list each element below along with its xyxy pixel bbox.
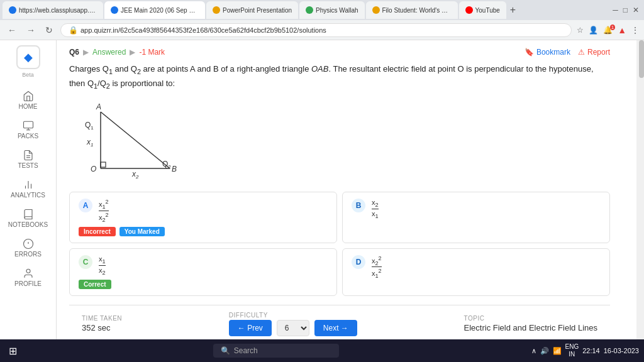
prev-button[interactable]: ← Prev: [229, 320, 272, 336]
forward-button[interactable]: →: [24, 24, 38, 36]
profile-icon-svg: [23, 268, 34, 279]
tab-3[interactable]: PowerPoint Presentation: [206, 1, 298, 19]
tests-icon: [23, 150, 34, 161]
option-d-letter: D: [352, 255, 365, 269]
svg-rect-0: [23, 121, 33, 128]
report-icon: ⚠: [578, 48, 585, 57]
errors-label: ERRORS: [14, 251, 42, 258]
next-button[interactable]: Next →: [314, 320, 357, 336]
option-b-content: x2 x1: [372, 199, 379, 219]
search-text: Search: [234, 346, 258, 355]
sidebar-item-profile[interactable]: PROFILE: [0, 263, 56, 292]
meta-separator-2: ▶: [130, 48, 135, 57]
scrollbar-track: [639, 40, 644, 339]
tab-1-icon: [9, 6, 16, 14]
sidebar-item-errors[interactable]: ERRORS: [0, 233, 56, 263]
bookmark-button[interactable]: 🔖 Bookmark: [525, 48, 570, 57]
question-text: Charges Q1 and Q2 are at points A and B …: [69, 63, 610, 92]
incorrect-badge: Incorrect: [79, 227, 116, 236]
tab-6-icon: [465, 6, 473, 14]
sidebar-beta-label: Beta: [22, 72, 34, 78]
option-a-content: x12 x22: [99, 199, 109, 223]
taskbar-up-arrow[interactable]: ∧: [531, 347, 536, 355]
home-icon: [23, 90, 34, 102]
analytics-icon: [23, 179, 34, 190]
scrollbar-thumb[interactable]: [639, 40, 644, 78]
triangle-diagram: O A B Q1 Q2 x1 x2: [82, 99, 610, 183]
sidebar-item-analytics[interactable]: ANALYTICS: [0, 174, 56, 204]
taskbar-time: 22:14: [582, 347, 600, 354]
option-a[interactable]: A x12 x22 Incorrect You Marked: [69, 192, 337, 243]
option-d[interactable]: D x22 x12: [342, 248, 610, 296]
sidebar-item-notebooks[interactable]: NOTEBOOKS: [0, 204, 56, 233]
question-header: Q6 ▶ Answered ▶ -1 Mark 🔖 Bookmark ⚠ Rep…: [69, 48, 610, 57]
topic-section: TOPIC Electric Field and Electric Field …: [464, 315, 597, 332]
taskbar-wifi-icon[interactable]: 📶: [553, 347, 562, 355]
tests-label: TESTS: [18, 162, 38, 169]
tab-5-icon: [372, 6, 380, 14]
menu-button[interactable]: ⋮: [631, 26, 639, 35]
tab-6[interactable]: YouTube: [459, 1, 506, 19]
tab-5-label: Filo Student: World's Only Live ...: [382, 7, 452, 14]
notification-icon[interactable]: 🔔1: [603, 26, 613, 35]
packs-label: PACKS: [18, 133, 38, 140]
tab-2[interactable]: JEE Main 2020 (06 Sep Shift ...: [104, 1, 205, 19]
tab-5[interactable]: Filo Student: World's Only Live ...: [366, 1, 458, 19]
you-marked-badge: You Marked: [119, 227, 165, 236]
taskbar-speaker-icon[interactable]: 🔊: [540, 347, 549, 355]
report-button[interactable]: ⚠ Report: [578, 48, 610, 57]
time-taken-label: TIME TAKEN: [82, 315, 122, 322]
sidebar-item-tests[interactable]: TESTS: [0, 145, 56, 174]
refresh-button[interactable]: ↻: [43, 24, 55, 36]
tab-2-icon: [111, 6, 118, 14]
bookmark-star[interactable]: ☆: [577, 26, 584, 35]
question-meta: Q6 ▶ Answered ▶ -1 Mark: [69, 48, 165, 57]
bottom-bar: TIME TAKEN 352 sec DIFFICULTY ← Prev 6 1…: [69, 305, 610, 339]
report-label: Report: [587, 48, 610, 57]
sidebar: ◆ Beta HOME PACKS TESTS ANALYTICS NOTEBO…: [0, 40, 57, 339]
back-button[interactable]: ←: [5, 24, 19, 36]
difficulty-section: DIFFICULTY ← Prev 6 12345 78910 Next →: [229, 312, 357, 336]
url-input[interactable]: 🔒 app.quizrr.in/62c5ca493f85644353f2e168…: [60, 23, 572, 37]
option-b[interactable]: B x2 x1: [342, 192, 610, 243]
sidebar-item-home[interactable]: HOME: [0, 85, 56, 115]
option-c[interactable]: C x1 x2 Correct: [69, 248, 337, 296]
bookmark-icon: 🔖: [525, 48, 534, 57]
taskbar-date: 16-03-2023: [604, 347, 639, 354]
profile-icon[interactable]: 👤: [589, 26, 598, 35]
close-button[interactable]: ✕: [633, 6, 639, 14]
svg-text:x2: x2: [131, 170, 139, 180]
new-tab-button[interactable]: +: [510, 4, 516, 16]
topic-label: TOPIC: [464, 315, 597, 322]
svg-point-11: [26, 269, 30, 273]
question-actions: 🔖 Bookmark ⚠ Report: [525, 48, 610, 57]
option-c-letter: C: [79, 255, 92, 269]
maximize-button[interactable]: □: [623, 6, 628, 14]
minimize-button[interactable]: ─: [613, 6, 618, 14]
app-container: ◆ Beta HOME PACKS TESTS ANALYTICS NOTEBO…: [0, 40, 644, 339]
tab-3-label: PowerPoint Presentation: [223, 7, 292, 14]
taskbar-search-bar[interactable]: 🔍 Search: [213, 344, 339, 358]
difficulty-select[interactable]: 6 12345 78910: [277, 320, 309, 336]
notebooks-label: NOTEBOOKS: [8, 221, 48, 228]
taskbar-left: ⊞: [5, 344, 21, 358]
triangle-svg: O A B Q1 Q2 x1 x2: [82, 99, 189, 181]
sidebar-item-packs[interactable]: PACKS: [0, 115, 56, 145]
tab-1[interactable]: https://web.classplusapp.com/h...: [3, 1, 103, 19]
taskbar-lang: ENG IN: [565, 343, 579, 358]
notebooks-icon: [23, 209, 34, 220]
svg-rect-15: [101, 162, 106, 167]
errors-icon: [23, 238, 34, 250]
profile-label: PROFILE: [14, 280, 42, 287]
svg-text:B: B: [172, 165, 177, 173]
scrollbar[interactable]: [636, 40, 644, 339]
analytics-label: ANALYTICS: [11, 192, 45, 199]
question-number: Q6: [69, 48, 79, 57]
windows-start-button[interactable]: ⊞: [5, 344, 21, 358]
difficulty-row: ← Prev 6 12345 78910 Next →: [229, 320, 357, 336]
bookmark-label: Bookmark: [536, 48, 570, 57]
address-bar: ← → ↻ 🔒 app.quizrr.in/62c5ca493f85644353…: [0, 20, 644, 40]
tab-4[interactable]: Physics Wallah: [299, 1, 364, 19]
tab-4-icon: [306, 6, 313, 14]
taskbar: ⊞ 🔍 Search ∧ 🔊 📶 ENG IN 22:14 16-03-2023: [0, 339, 644, 362]
